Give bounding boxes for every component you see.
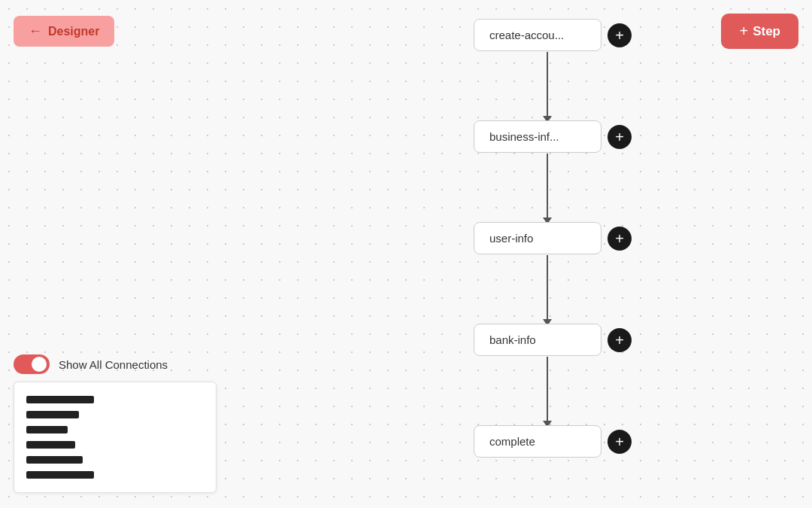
flow-node-user-info[interactable]: user-info <box>474 222 601 254</box>
show-connections-row: Show All Connections <box>14 354 217 374</box>
mini-bar-4 <box>26 441 75 449</box>
plus-icon-5: + <box>615 434 624 449</box>
flow-node-wrapper-4: bank-info + <box>474 324 632 356</box>
mini-panel <box>14 382 217 493</box>
plus-icon-4: + <box>615 333 624 348</box>
flow-node-bank-info[interactable]: bank-info <box>474 324 601 356</box>
add-button-2[interactable]: + <box>607 125 632 149</box>
show-connections-label: Show All Connections <box>59 358 168 371</box>
mini-bar-6 <box>26 471 94 479</box>
flow-node-wrapper-2: business-inf... + <box>474 120 632 153</box>
mini-bar-2 <box>26 411 79 418</box>
flow-node-business-info[interactable]: business-inf... <box>474 120 601 153</box>
top-bar: ← Designer + Step <box>14 14 798 49</box>
mini-bar-1 <box>26 396 94 403</box>
plus-icon-2: + <box>615 129 624 144</box>
node-label-3: user-info <box>489 232 533 245</box>
plus-icon-3: + <box>615 231 624 246</box>
canvas: ← Designer + Step create-accou... + busi… <box>0 0 812 508</box>
designer-label: Designer <box>48 25 99 38</box>
show-connections-toggle[interactable] <box>14 354 50 374</box>
node-label-2: business-inf... <box>489 130 559 143</box>
flow-node-complete[interactable]: complete <box>474 425 601 458</box>
node-label-5: complete <box>489 435 535 448</box>
flow-node-wrapper-5: complete + <box>474 425 632 458</box>
node-label-4: bank-info <box>489 333 536 346</box>
flow-node-wrapper-3: user-info + <box>474 222 632 254</box>
mini-bar-5 <box>26 456 83 464</box>
add-button-5[interactable]: + <box>607 430 632 454</box>
step-label: Step <box>753 24 780 39</box>
arrow-left-icon: ← <box>29 23 42 39</box>
add-button-3[interactable]: + <box>607 227 632 251</box>
bottom-left-panel: Show All Connections <box>14 354 217 493</box>
plus-icon: + <box>739 23 748 40</box>
designer-button[interactable]: ← Designer <box>14 16 114 47</box>
mini-bar-3 <box>26 426 68 433</box>
add-step-button[interactable]: + Step <box>721 14 798 49</box>
add-button-4[interactable]: + <box>607 328 632 352</box>
toggle-thumb <box>32 357 47 372</box>
toggle-track <box>14 354 50 374</box>
